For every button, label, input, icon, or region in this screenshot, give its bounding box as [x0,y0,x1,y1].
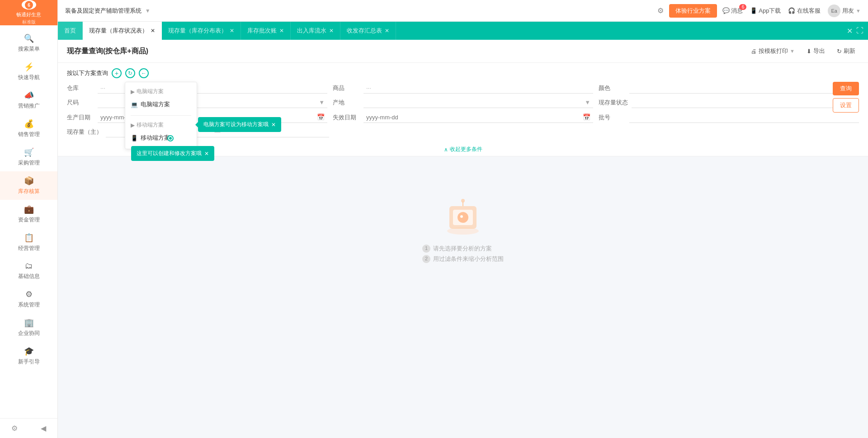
sales-icon: 💰 [24,119,34,129]
filter-back-btn[interactable]: ← [139,68,149,78]
sidebar-item-purchase[interactable]: 🛒 采购管理 [0,143,57,171]
origin-label: 产地 [333,99,360,107]
prod-date-label: 生产日期 [67,113,94,122]
tab-batch-account[interactable]: 库存批次账 ✕ [241,22,291,40]
page-header: 现存量查询(按仓库+商品) 🖨 按模板打印 ▼ ⬇ 导出 ↻ 刷新 [58,40,868,63]
color-select[interactable]: ▼ [629,83,859,94]
tab-inout-flow[interactable]: 出入库流水 ✕ [291,22,340,40]
tab-inventory-status[interactable]: 现存量（库存状况表） ✕ [83,22,162,40]
sidebar-item-system[interactable]: ⚙ 系统管理 [0,285,57,313]
avatar-text: Ea [831,8,837,14]
topbar: 装备及固定资产辅助管理系统 ▼ ⚙ 体验行业方案 💬 消息 6 📱 App下载 … [58,0,868,22]
origin-arrow-icon: ▼ [585,99,590,106]
topbar-gear-icon[interactable]: ⚙ [657,6,664,15]
size-arrow-icon: ▼ [319,99,325,106]
filter-batch-no: 批号 [599,112,859,123]
filter-expire-date: 失效日期 📅 [333,112,593,123]
logo-title: 畅通好生意 [16,11,41,18]
tab-recv-summary[interactable]: 收发存汇总表 ✕ [340,22,396,40]
inventory-icon: 📦 [24,176,34,186]
tab-fullscreen-icon[interactable]: ⛶ [856,27,863,35]
prod-date-calendar-icon[interactable]: 📅 [317,113,325,121]
edit-tooltip-text: 这里可以创建和修改方案哦 [137,150,202,157]
sidebar-label-operations: 经营管理 [18,245,40,252]
system-dropdown-icon: ▼ [145,8,151,14]
sidebar-item-operations[interactable]: 📋 经营管理 [0,228,57,257]
main-area: 装备及固定资产辅助管理系统 ▼ ⚙ 体验行业方案 💬 消息 6 📱 App下载 … [58,0,868,438]
tab-inventory-dist[interactable]: 现存量（库存分布表） ✕ [162,22,241,40]
page-title: 现存量查询(按仓库+商品) [67,47,148,56]
filter-refresh-btn[interactable]: ↻ [125,68,135,78]
product-select[interactable]: ··· [363,83,593,94]
stock-status-select[interactable]: ▼ [632,97,859,108]
filter-origin: 产地 ▼ [333,97,593,108]
batch-no-input[interactable] [629,112,859,123]
scheme-mobile-label: 移动端方案 [141,134,170,142]
tabbar: 首页 现存量（库存状况表） ✕ 现存量（库存分布表） ✕ 库存批次账 ✕ 出入库… [58,22,868,40]
filter-size: 尺码 ▼ [67,97,327,108]
sidebar-item-quick-nav[interactable]: ⚡ 快速导航 [0,57,57,86]
scheme-mobile-icon: 📱 [131,135,138,141]
tab-inout-flow-label: 出入库流水 [297,27,326,35]
query-btn[interactable]: 查询 [833,82,859,95]
tab-actions: ✕ ⛶ [842,22,868,40]
guide-icon: 🎓 [24,346,34,356]
tab-inout-flow-close[interactable]: ✕ [329,28,334,34]
scheme-mobile-title: ▶ 移动端方案 [125,119,197,131]
refresh-btn[interactable]: ↻ 刷新 [833,45,859,57]
tab-close-all-icon[interactable]: ✕ [847,27,853,35]
basic-icon: 🗂 [25,261,33,271]
sidebar-settings-btn[interactable]: ⚙ [11,424,18,433]
sidebar-item-guide[interactable]: 🎓 新手引导 [0,342,57,370]
edit-tooltip-close[interactable]: ✕ [204,151,209,157]
product-label: 商品 [333,84,360,92]
expire-date-input[interactable] [366,114,581,121]
settings-btn[interactable]: 设置 [833,98,859,113]
sidebar-item-basic[interactable]: 🗂 基础信息 [0,257,57,285]
empty-hint-1: 1 请先选择要分析的方案 [422,243,504,254]
sidebar-item-inventory[interactable]: 📦 库存核算 [0,171,57,200]
tab-recv-summary-close[interactable]: ✕ [385,28,389,34]
sidebar-item-enterprise[interactable]: 🏢 企业协同 [0,313,57,342]
finance-icon: 💼 [24,204,34,214]
print-btn[interactable]: 🖨 按模板打印 ▼ [747,45,798,57]
origin-select[interactable]: ▼ [363,97,593,108]
stock-qty-label: 现存量（主） [67,128,102,136]
notification-btn[interactable]: 💬 消息 6 [722,7,743,15]
tab-inventory-dist-label: 现存量（库存分布表） [168,27,227,35]
batch-no-label: 批号 [599,113,626,122]
tab-home[interactable]: 首页 [58,22,83,40]
tab-inventory-status-close[interactable]: ✕ [151,28,155,34]
sidebar-label-inventory: 库存核算 [18,188,40,195]
dot-indicator [168,136,173,141]
sidebar-item-sales[interactable]: 💰 销售管理 [0,114,57,143]
scheme-mobile-item[interactable]: 📱 移动端方案 [125,131,197,145]
expire-date-wrap: 📅 [363,112,593,123]
sidebar-label-guide: 新手引导 [18,358,40,366]
phone-icon: 📱 [750,7,757,14]
system-selector[interactable]: 装备及固定资产辅助管理系统 ▼ [65,7,652,15]
filter-header-label: 按以下方案查询 [67,69,108,77]
export-icon: ⬇ [807,48,811,55]
expire-date-calendar-icon[interactable]: 📅 [583,113,590,121]
sidebar-item-marketing[interactable]: 📣 营销推广 [0,86,57,114]
enterprise-icon: 🏢 [24,318,34,328]
content-area: 现存量查询(按仓库+商品) 🖨 按模板打印 ▼ ⬇ 导出 ↻ 刷新 [58,40,868,438]
product-dots: ··· [366,85,371,91]
filter-prod-date: 生产日期 📅 [67,112,327,123]
sidebar-item-finance[interactable]: 💼 资金管理 [0,200,57,228]
topbar-right: 💬 消息 6 📱 App下载 🎧 在线客服 Ea 用友 ▼ [722,5,861,17]
sidebar-collapse-btn[interactable]: ◀ [41,424,46,433]
sidebar-label-marketing: 营销推广 [18,102,40,110]
user-menu[interactable]: Ea 用友 ▼ [828,5,861,17]
tab-batch-account-close[interactable]: ✕ [279,28,284,34]
export-btn[interactable]: ⬇ 导出 [803,45,829,57]
sidebar-item-search[interactable]: 🔍 搜索菜单 [0,29,57,57]
scheme-desktop-item[interactable]: 💻 电脑端方案 [125,97,197,112]
experience-btn[interactable]: 体验行业方案 [669,4,717,18]
online-cs-btn[interactable]: 🎧 在线客服 [788,7,821,15]
tab-inventory-dist-close[interactable]: ✕ [230,28,234,34]
app-download-btn[interactable]: 📱 App下载 [750,7,781,15]
scheme-tooltip-close[interactable]: ✕ [271,122,276,128]
filter-add-btn[interactable]: + [112,68,122,78]
